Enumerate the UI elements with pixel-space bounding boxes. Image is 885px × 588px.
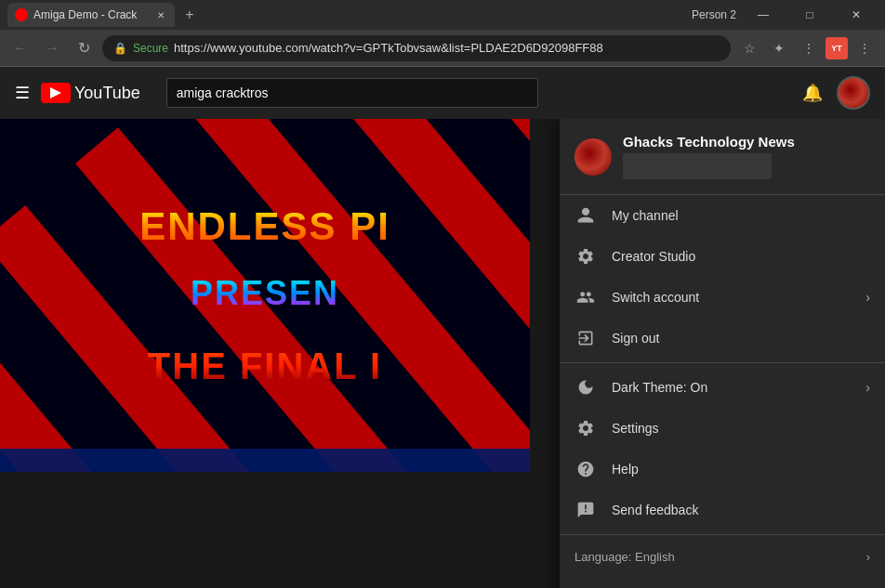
browser-titlebar: Amiga Demo - Crack ✕ + Person 2 — □ ✕ <box>0 0 885 30</box>
forward-button[interactable]: → <box>39 35 65 61</box>
notifications-icon[interactable]: 🔔 <box>796 76 829 110</box>
minimize-button[interactable]: — <box>742 0 785 30</box>
tab-favicon-icon <box>15 8 28 21</box>
sign-out-label: Sign out <box>612 331 870 346</box>
new-tab-button[interactable]: + <box>178 4 201 26</box>
toolbar-icons: ☆ ✦ ⋮ YT ⋮ <box>736 35 878 61</box>
video-player[interactable]: ENDLESS PI PRESEN THE FINAL I <box>0 119 530 472</box>
header-right: 🔔 <box>796 76 870 110</box>
dropdown-settings[interactable]: Settings <box>560 408 885 449</box>
youtube-logo-text: YouTube <box>74 84 140 103</box>
settings-label: Settings <box>612 421 870 436</box>
dropdown-sign-out[interactable]: Sign out <box>560 318 885 359</box>
dark-theme-label: Dark Theme: On <box>612 380 851 395</box>
search-input[interactable] <box>166 78 538 108</box>
secure-lock-icon: 🔒 <box>113 42 127 55</box>
address-bar[interactable]: 🔒 Secure https://www.youtube.com/watch?v… <box>102 35 731 61</box>
language-label: Language: English <box>575 550 866 564</box>
gear-icon <box>575 245 597 268</box>
creator-studio-label: Creator Studio <box>612 249 870 264</box>
dropdown-input-bar[interactable] <box>623 153 772 179</box>
switch-account-label: Switch account <box>612 290 851 305</box>
youtube-header: ☰ YouTube 🔔 <box>0 67 885 119</box>
dark-theme-arrow-icon: › <box>865 380 870 395</box>
moon-icon <box>575 376 597 399</box>
dropdown-my-channel[interactable]: My channel <box>560 195 885 236</box>
avatar-image <box>839 78 868 108</box>
dropdown-content-location[interactable]: Content location: United States › <box>560 575 885 588</box>
youtube-logo-icon <box>41 83 71 103</box>
svg-text:ENDLESS PI: ENDLESS PI <box>139 204 390 248</box>
feedback-icon <box>575 499 597 521</box>
menu-hamburger-icon[interactable]: ☰ <box>15 83 30 103</box>
dropdown-header: Ghacks Technology News <box>560 119 885 195</box>
tab-title: Amiga Demo - Crack <box>33 8 149 21</box>
close-button[interactable]: ✕ <box>835 0 878 30</box>
chrome-menu-icon[interactable]: ⋮ <box>852 35 878 61</box>
dropdown-avatar <box>575 138 612 176</box>
browser-toolbar: ← → ↻ 🔒 Secure https://www.youtube.com/w… <box>0 30 885 67</box>
dropdown-dark-theme[interactable]: Dark Theme: On › <box>560 367 885 408</box>
svg-text:THE FINAL I: THE FINAL I <box>148 346 382 386</box>
dropdown-send-feedback[interactable]: Send feedback <box>560 490 885 530</box>
language-arrow-icon: › <box>866 550 870 564</box>
dropdown-language[interactable]: Language: English › <box>560 539 885 575</box>
youtube-logo[interactable]: YouTube <box>41 83 140 103</box>
youtube-page: ☰ YouTube 🔔 <box>0 67 885 588</box>
svg-text:PRESEN: PRESEN <box>191 274 339 312</box>
settings-icon <box>575 417 597 439</box>
dropdown-switch-account[interactable]: Switch account › <box>560 277 885 318</box>
search-bar[interactable] <box>166 78 538 108</box>
bookmark-icon[interactable]: ✦ <box>766 35 792 61</box>
svg-rect-21 <box>0 449 530 472</box>
url-text: https://www.youtube.com/watch?v=GPTkTobv… <box>174 41 720 55</box>
dropdown-divider-2 <box>560 534 885 535</box>
browser-tab[interactable]: Amiga Demo - Crack ✕ <box>7 3 175 27</box>
refresh-button[interactable]: ↻ <box>71 35 97 61</box>
person-label: Person 2 <box>692 8 736 21</box>
dropdown-channel-name: Ghacks Technology News <box>623 134 795 150</box>
secure-label: Secure <box>133 42 168 55</box>
video-thumbnail: ENDLESS PI PRESEN THE FINAL I <box>0 119 530 472</box>
switch-account-icon <box>575 286 597 308</box>
dropdown-help[interactable]: Help <box>560 449 885 490</box>
window-controls: — □ ✕ <box>742 0 878 30</box>
cast-icon[interactable]: ☆ <box>736 35 762 61</box>
tab-close-button[interactable]: ✕ <box>154 8 167 21</box>
account-dropdown-menu: Ghacks Technology News My channel Creato… <box>560 119 885 588</box>
send-feedback-label: Send feedback <box>612 503 870 517</box>
yt-extension-icon[interactable]: YT <box>826 37 848 59</box>
account-avatar-button[interactable] <box>837 76 870 110</box>
maximize-button[interactable]: □ <box>788 0 831 30</box>
sign-out-icon <box>575 327 597 349</box>
tab-area: Amiga Demo - Crack ✕ + <box>7 0 686 30</box>
back-button[interactable]: ← <box>7 35 33 61</box>
switch-account-arrow-icon: › <box>865 290 870 305</box>
dropdown-creator-studio[interactable]: Creator Studio <box>560 236 885 277</box>
dropdown-divider-1 <box>560 362 885 363</box>
my-channel-label: My channel <box>612 208 870 223</box>
help-icon <box>575 458 597 480</box>
help-label: Help <box>612 462 870 477</box>
dropdown-account-info: Ghacks Technology News <box>623 134 795 179</box>
more-options-icon[interactable]: ⋮ <box>796 35 822 61</box>
youtube-content: ENDLESS PI PRESEN THE FINAL I <box>0 119 885 588</box>
video-svg: ENDLESS PI PRESEN THE FINAL I <box>0 119 530 472</box>
person-icon <box>575 204 597 227</box>
